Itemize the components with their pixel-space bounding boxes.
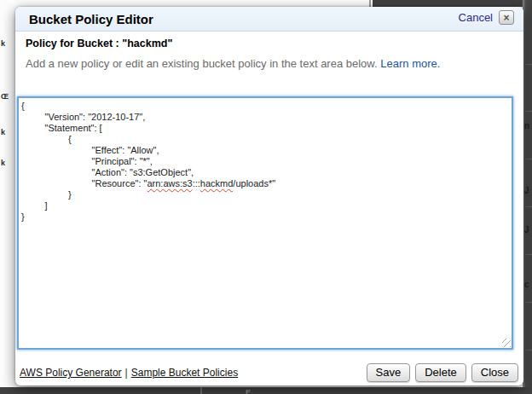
- delete-button[interactable]: Delete: [415, 363, 466, 382]
- background-text-fragment: J: [524, 186, 529, 195]
- background-row-line: [523, 64, 532, 65]
- background-dark-strip-bottom: E: [0, 387, 532, 394]
- background-text-fragment: k: [1, 128, 5, 136]
- background-dark-strip-top: [373, 0, 532, 7]
- policy-line: "Resource": "arn:aws:s3:::hackmd/uploads…: [21, 178, 509, 189]
- policy-line: }: [21, 189, 509, 200]
- close-dialog-button[interactable]: Close: [471, 363, 518, 382]
- learn-more-link[interactable]: Learn more.: [380, 57, 440, 70]
- footer-buttons: Save Delete Close: [367, 363, 518, 382]
- sample-bucket-policies-link[interactable]: Sample Bucket Policies: [131, 367, 238, 379]
- policy-line: {: [21, 134, 509, 145]
- policy-line: ]: [21, 200, 509, 211]
- page-title: Bucket Policy Editor: [29, 12, 153, 26]
- background-row-line: [523, 350, 532, 351]
- background-row-line: [523, 302, 532, 303]
- background-row-line: [523, 159, 532, 159]
- background-row-line: [523, 254, 532, 255]
- background-text-fragment: J: [524, 225, 529, 235]
- policy-line: "Statement": [: [21, 123, 509, 134]
- policy-line: "Action": "s3:GetObject",: [21, 167, 509, 178]
- cancel-link[interactable]: Cancel: [459, 11, 493, 24]
- dialog-header: Bucket Policy Editor Cancel ×: [15, 7, 523, 32]
- policy-line: }: [21, 211, 509, 223]
- background-text-fragment: k: [1, 159, 5, 167]
- background-column-divider: [369, 0, 371, 7]
- footer-links: AWS Policy Generator|Sample Bucket Polic…: [20, 367, 238, 379]
- bucket-policy-editor-dialog: Bucket Policy Editor Cancel × Policy for…: [15, 7, 523, 385]
- save-button[interactable]: Save: [367, 363, 411, 382]
- background-row-line: [523, 111, 532, 112]
- policy-line: "Principal": "*",: [21, 156, 509, 167]
- description-text: Add a new policy or edit an existing buc…: [26, 57, 510, 70]
- screen: kŒkk nJJc E Bucket Policy Editor Cancel …: [0, 0, 532, 394]
- link-separator: |: [125, 367, 128, 379]
- header-actions: Cancel ×: [459, 10, 514, 25]
- close-button[interactable]: ×: [499, 10, 514, 25]
- policy-line: "Version": "2012-10-17",: [21, 112, 509, 123]
- close-icon: ×: [503, 13, 509, 23]
- aws-policy-generator-link[interactable]: AWS Policy Generator: [20, 367, 122, 379]
- background-text-fragment: n: [524, 121, 529, 130]
- background-row-line: [523, 206, 532, 207]
- policy-line: "Effect": "Allow",: [21, 145, 509, 156]
- background-text-fragment: c: [524, 280, 529, 289]
- background-dark-strip-right: nJJc: [523, 0, 532, 394]
- policy-textarea[interactable]: { "Version": "2012-10-17", "Statement": …: [17, 96, 513, 350]
- background-table-divider: [200, 387, 202, 394]
- resize-handle-icon[interactable]: [502, 339, 511, 347]
- background-page-left: kŒkk: [0, 0, 10, 394]
- background-text-fragment: k: [1, 39, 5, 48]
- background-text-fragment: E: [246, 388, 251, 394]
- policy-json-text: { "Version": "2012-10-17", "Statement": …: [21, 101, 509, 223]
- description-body: Add a new policy or edit an existing buc…: [26, 57, 378, 70]
- background-text-fragment: Œ: [1, 92, 9, 101]
- policy-for-bucket-label: Policy for Bucket : "hackmd": [26, 38, 510, 49]
- policy-line: {: [21, 101, 509, 112]
